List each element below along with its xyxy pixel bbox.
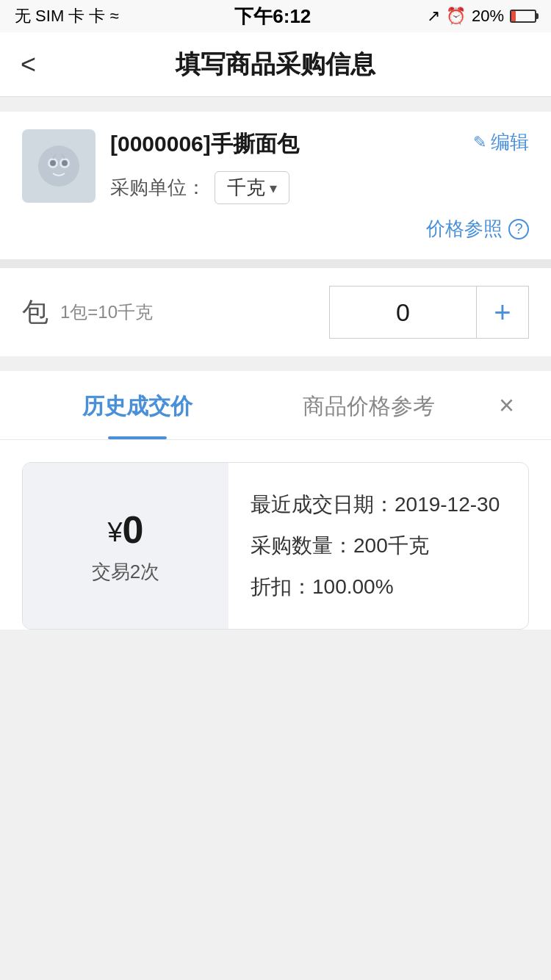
discount-row: 折扣：100.00% [251,572,506,602]
recent-date-value: 2019-12-30 [395,493,500,516]
battery-percent: 20% [472,7,504,26]
currency-symbol: ¥ [108,517,123,547]
purchase-quantity-row: 采购数量：200千克 [251,530,506,561]
price-ref-button[interactable]: 价格参照 ? [426,216,529,242]
status-bar: 无 SIM 卡 卡 ≈ 下午6:12 ↗ ⏰ 20% [0,0,551,32]
svg-point-0 [38,145,79,187]
tab-bar: 历史成交价 商品价格参考 × [0,371,551,440]
product-thumbnail [22,129,96,203]
quantity-row: 包 1包=10千克 0 + [0,268,551,356]
box-unit-label: 包 [22,295,48,331]
battery-icon [510,10,536,23]
recent-date-label: 最近成交日期： [251,493,395,516]
quantity-plus-button[interactable]: + [476,286,529,339]
edit-label: 编辑 [491,129,529,155]
back-button[interactable]: < [21,49,36,80]
history-card-left: ¥0 交易2次 [23,463,228,629]
tab-product-price[interactable]: 商品价格参考 [253,371,483,439]
unit-value: 千克 [227,175,265,201]
location-icon: ↗ [427,7,440,26]
chevron-down-icon: ▾ [270,179,277,197]
svg-point-3 [50,160,56,166]
trade-count: 交易2次 [92,559,159,585]
discount-value: 100.00% [312,575,394,598]
sim-signal-text: 无 SIM 卡 卡 ≈ [15,5,119,27]
discount-label: 折扣： [251,575,312,598]
unit-label: 采购单位： [110,175,206,201]
history-card-right: 最近成交日期：2019-12-30 采购数量：200千克 折扣：100.00% [228,463,528,629]
close-button[interactable]: × [484,375,529,436]
history-card: ¥0 交易2次 最近成交日期：2019-12-30 采购数量：200千克 折扣：… [22,462,529,630]
unit-conversion: 1包=10千克 [60,300,153,324]
tab-history-price[interactable]: 历史成交价 [22,371,253,439]
status-left: 无 SIM 卡 卡 ≈ [15,5,119,27]
quantity-controls: 0 + [329,286,529,339]
price-value: 0 [123,508,144,551]
unit-info: 包 1包=10千克 [22,295,153,331]
price-ref-label: 价格参照 [426,216,503,242]
edit-icon: ✎ [473,133,486,152]
nav-bar: < 填写商品采购信息 [0,32,551,97]
edit-button[interactable]: ✎ 编辑 [473,129,529,155]
status-right: ↗ ⏰ 20% [427,7,536,26]
product-info: [0000006]手撕面包 采购单位： 千克 ▾ [110,129,473,204]
unit-dropdown[interactable]: 千克 ▾ [215,171,289,204]
section-divider [0,259,551,268]
quantity-input[interactable]: 0 [329,286,476,339]
quantity-label: 采购数量： [251,534,353,557]
question-icon: ? [508,219,529,239]
history-price: ¥0 [108,508,144,552]
page-title: 填写商品采购信息 [176,48,375,82]
svg-point-4 [62,160,68,166]
product-card: [0000006]手撕面包 采购单位： 千克 ▾ ✎ 编辑 价格参照 ? [0,112,551,259]
status-time: 下午6:12 [234,4,311,29]
page-background [0,652,551,980]
alarm-icon: ⏰ [446,7,466,26]
quantity-detail-value: 200千克 [353,534,429,557]
bottom-panel: 历史成交价 商品价格参考 × ¥0 交易2次 最近成交日期：2019-12-30… [0,371,551,630]
recent-date-row: 最近成交日期：2019-12-30 [251,489,506,520]
product-id-name: [0000006]手撕面包 [110,129,473,159]
